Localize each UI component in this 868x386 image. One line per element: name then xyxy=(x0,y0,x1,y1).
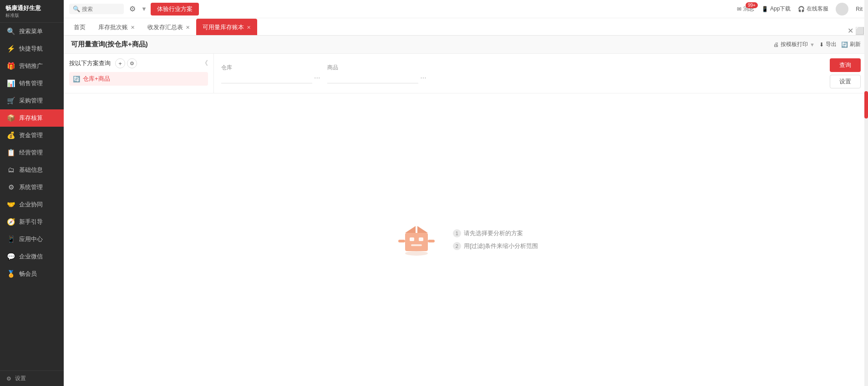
filter-fields: 仓库 ··· 商品 ··· 查询 xyxy=(221,58,861,88)
sales-icon: 📊 xyxy=(6,79,15,87)
svg-marker-1 xyxy=(405,226,416,233)
purchase-icon: 🛒 xyxy=(6,97,15,105)
tab-batch-ledger-label: 库存批次账 xyxy=(98,23,128,31)
basic-icon: 🗂 xyxy=(6,166,15,174)
close-icon: ✕ xyxy=(848,26,853,35)
refresh-label: 刷新 xyxy=(850,41,861,48)
sidebar-nav: 🔍 搜索菜单 ⚡ 快捷导航 🎁 营销推广 📊 销售管理 🛒 采购管理 📦 库存核… xyxy=(0,23,64,371)
sidebar-item-inventory[interactable]: 📦 库存核算 xyxy=(0,109,64,127)
sidebar-item-label: 经营管理 xyxy=(19,149,43,157)
add-scheme-btn[interactable]: + xyxy=(115,58,125,68)
guide-icon: 🧭 xyxy=(6,218,15,226)
app-title: 畅康通好生意 xyxy=(5,5,58,12)
tab-home[interactable]: 首页 xyxy=(67,19,92,35)
user-name: Rit xyxy=(856,6,863,12)
goods-input-wrap: ··· xyxy=(327,72,426,83)
message-badge: 99+ xyxy=(746,2,758,8)
svg-marker-2 xyxy=(417,226,428,233)
finance-icon: 💰 xyxy=(6,131,15,139)
top-header: 🔍 ⚙ ▼ 体验行业方案 ✉ 消息 99+ 📱 App下载 🎧 在线客服 Rit xyxy=(64,0,868,18)
warehouse-more-icon[interactable]: ··· xyxy=(314,74,320,82)
sidebar-item-label: 采购管理 xyxy=(19,97,43,105)
header-message[interactable]: ✉ 消息 99+ xyxy=(737,5,754,13)
collapse-filter-btn[interactable]: 《 xyxy=(202,59,208,67)
tab-in-out-summary[interactable]: 收发存汇总表 ✕ xyxy=(141,19,196,35)
app-download-icon: 📱 xyxy=(761,6,768,12)
goods-label: 商品 xyxy=(327,64,426,72)
sidebar-item-label: 资金管理 xyxy=(19,131,43,139)
filter-header-actions: + ⚙ xyxy=(115,58,137,68)
header-dropdown-icon[interactable]: ▼ xyxy=(141,5,147,12)
export-label: 导出 xyxy=(826,41,837,48)
tab-available-ledger-close[interactable]: ✕ xyxy=(247,25,251,31)
online-service-label: 在线客服 xyxy=(807,5,828,13)
inventory-icon: 📦 xyxy=(6,114,15,122)
sidebar-item-sales[interactable]: 📊 销售管理 xyxy=(0,75,64,92)
export-action[interactable]: ⬇ 导出 xyxy=(819,41,837,48)
sidebar-item-vip[interactable]: 🏅 畅会员 xyxy=(0,265,64,283)
marketing-icon: 🎁 xyxy=(6,62,15,70)
header-search-box[interactable]: 🔍 xyxy=(69,4,124,14)
quick-nav-icon: ⚡ xyxy=(6,45,15,53)
hint-num-2: 2 xyxy=(453,242,461,250)
svg-rect-6 xyxy=(398,240,405,242)
tab-available-ledger-label: 可用量库存账本 xyxy=(203,23,244,31)
warehouse-input[interactable] xyxy=(221,72,312,83)
query-btn[interactable]: 查询 xyxy=(830,58,861,72)
refresh-action[interactable]: 🔄 刷新 xyxy=(841,41,861,48)
filter-settings-btn[interactable]: 设置 xyxy=(830,75,861,88)
sidebar-item-apps[interactable]: 📱 应用中心 xyxy=(0,231,64,248)
goods-more-icon[interactable]: ··· xyxy=(420,74,426,82)
sidebar-item-basic[interactable]: 🗂 基础信息 xyxy=(0,161,64,179)
hint-text-1: 请先选择要分析的方案 xyxy=(464,229,523,237)
config-scheme-btn[interactable]: ⚙ xyxy=(127,58,137,68)
filter-left: 按以下方案查询 + ⚙ 《 🔄 仓库+商品 xyxy=(64,54,214,93)
scrollbar-thumb[interactable] xyxy=(864,91,868,118)
tab-batch-ledger[interactable]: 库存批次账 ✕ xyxy=(92,19,141,35)
header-online-service[interactable]: 🎧 在线客服 xyxy=(798,5,828,13)
sidebar-item-marketing[interactable]: 🎁 营销推广 xyxy=(0,57,64,75)
empty-illustration xyxy=(394,217,439,262)
sidebar-item-guide[interactable]: 🧭 新手引导 xyxy=(0,213,64,231)
vip-icon: 🏅 xyxy=(6,270,15,278)
sidebar-item-system[interactable]: ⚙ 系统管理 xyxy=(0,179,64,196)
sidebar-settings[interactable]: ⚙ 设置 xyxy=(0,371,64,386)
print-action[interactable]: 🖨 按模板打印 ▼ xyxy=(773,41,815,48)
tab-bar: 首页 库存批次账 ✕ 收发存汇总表 ✕ 可用量库存账本 ✕ ✕ ⬜ xyxy=(64,18,868,36)
header-search-input[interactable] xyxy=(82,6,118,12)
main-area: 🔍 ⚙ ▼ 体验行业方案 ✉ 消息 99+ 📱 App下载 🎧 在线客服 Rit xyxy=(64,0,868,386)
sidebar-item-search[interactable]: 🔍 搜索菜单 xyxy=(0,23,64,40)
user-avatar[interactable] xyxy=(836,3,848,15)
scheme-label: 仓库+商品 xyxy=(83,75,110,83)
sidebar-item-purchase[interactable]: 🛒 采购管理 xyxy=(0,92,64,109)
sidebar-item-label: 基础信息 xyxy=(19,166,43,174)
sidebar-item-quick-nav[interactable]: ⚡ 快捷导航 xyxy=(0,40,64,57)
sidebar-item-finance[interactable]: 💰 资金管理 xyxy=(0,127,64,144)
goods-input[interactable] xyxy=(327,72,418,83)
header-gear-icon[interactable]: ⚙ xyxy=(127,3,137,15)
tab-available-ledger[interactable]: 可用量库存账本 ✕ xyxy=(196,19,257,35)
filter-warehouse-field: 仓库 ··· xyxy=(221,64,320,83)
filter-scheme-warehouse-goods[interactable]: 🔄 仓库+商品 xyxy=(69,72,208,86)
empty-hints: 1 请先选择要分析的方案 2 用[过滤]条件来缩小分析范围 xyxy=(453,229,538,250)
tab-home-label: 首页 xyxy=(74,23,86,31)
sidebar-item-enterprise[interactable]: 🤝 企业协同 xyxy=(0,196,64,213)
print-dropdown-icon[interactable]: ▼ xyxy=(810,42,815,47)
tab-in-out-summary-close[interactable]: ✕ xyxy=(186,25,190,31)
operation-icon: 📋 xyxy=(6,149,15,157)
sidebar-item-wechat[interactable]: 💬 企业微信 xyxy=(0,248,64,265)
export-icon: ⬇ xyxy=(819,41,824,48)
tab-batch-ledger-close[interactable]: ✕ xyxy=(131,25,135,31)
hint-num-1: 1 xyxy=(453,229,461,237)
sidebar-item-label: 畅会员 xyxy=(19,270,37,278)
message-icon: ✉ xyxy=(737,6,741,12)
sidebar-bottom-label: 设置 xyxy=(15,375,26,382)
sidebar-logo: 畅康通好生意 标准版 xyxy=(0,0,64,23)
sidebar-item-operation[interactable]: 📋 经营管理 xyxy=(0,144,64,161)
sidebar-item-label: 快捷导航 xyxy=(19,45,43,53)
empty-hint-2: 2 用[过滤]条件来缩小分析范围 xyxy=(453,242,538,250)
header-app-download[interactable]: 📱 App下载 xyxy=(761,5,791,13)
trial-btn[interactable]: 体验行业方案 xyxy=(151,3,199,15)
page-header: 可用量查询(按仓库+商品) 🖨 按模板打印 ▼ ⬇ 导出 🔄 刷新 xyxy=(64,36,868,54)
header-right: ✉ 消息 99+ 📱 App下载 🎧 在线客服 Rit xyxy=(737,3,863,15)
